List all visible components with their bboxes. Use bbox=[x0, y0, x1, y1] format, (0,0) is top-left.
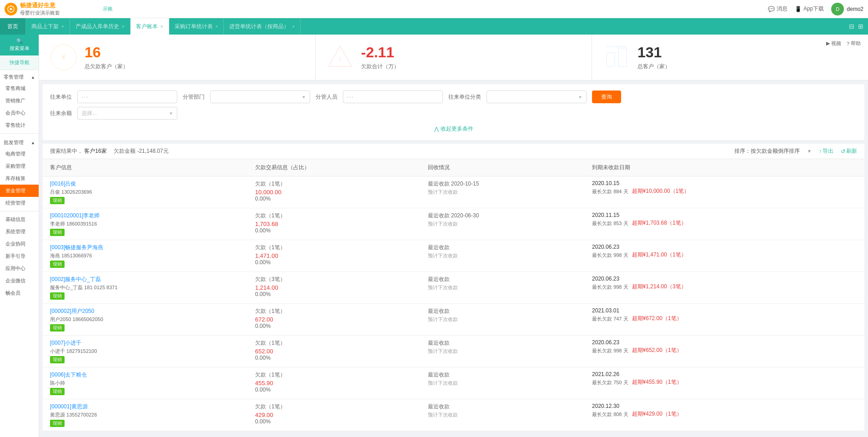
sidebar-item-retail-stats[interactable]: 零售统计 bbox=[0, 119, 39, 131]
sidebar-item-guide[interactable]: 新手引导 bbox=[0, 250, 39, 262]
customer-name-link[interactable]: [0002]服务中心_丁磊 bbox=[50, 276, 241, 283]
debt-count: 欠款（1笔） bbox=[255, 212, 413, 220]
close-icon[interactable]: × bbox=[161, 24, 163, 29]
customer-name-link[interactable]: [000002]用户2050 bbox=[50, 307, 241, 315]
cell-debt: 欠款（1笔） 672.00 0.00% bbox=[248, 304, 421, 336]
tab-purchase-order[interactable]: 采购订单统计表 × bbox=[169, 18, 224, 35]
sidebar-search-btn[interactable]: 🔍 搜索菜单 bbox=[0, 35, 39, 55]
sidebar-item-enterprise-collab[interactable]: 企业协同 bbox=[0, 238, 39, 250]
overdue-amount-link[interactable]: 超期¥455.90（1笔） bbox=[632, 378, 682, 386]
close-icon[interactable]: × bbox=[216, 24, 218, 29]
tab-production-history[interactable]: 产成品入库单历史 × bbox=[70, 18, 130, 35]
tab-incoming-stats[interactable]: 进货单统计表（按商品） × bbox=[224, 18, 301, 35]
sidebar-item-retail-mgmt[interactable]: 零售管理 ▲ bbox=[0, 70, 39, 82]
sidebar-item-operations[interactable]: 经营管理 bbox=[0, 197, 39, 209]
chevron-up-icon: ⋀ bbox=[434, 126, 439, 132]
overdue-amount-link[interactable]: 超期¥652.00（1笔） bbox=[632, 347, 682, 354]
debt-count: 欠款（1笔） bbox=[255, 371, 413, 379]
app-name: 畅捷通好生意 bbox=[20, 1, 60, 10]
filter-input-unit[interactable]: ··· bbox=[77, 90, 177, 103]
customer-name-link[interactable]: [0007]小进千 bbox=[50, 339, 241, 347]
help-btn[interactable]: ? 帮助 bbox=[847, 40, 861, 47]
data-table: 客户信息 欠款交易信息（占比） 回收情况 到期未收款日期 [0016]吕俊 吕俊… bbox=[43, 159, 864, 431]
overdue-amount-link[interactable]: 超期¥1,214.00（3笔） bbox=[632, 283, 687, 291]
filter-select-category[interactable]: ▼ bbox=[487, 90, 587, 103]
debt-amount[interactable]: 672.00 bbox=[255, 316, 413, 323]
debt-customers-label: 总欠款客户（家） bbox=[85, 63, 304, 70]
refresh-btn[interactable]: ↺ 刷新 bbox=[841, 147, 857, 155]
overdue-amount-link[interactable]: 超期¥1,703.68（1笔） bbox=[632, 219, 687, 227]
sidebar-item-purchase[interactable]: 采购管理 bbox=[0, 160, 39, 172]
chevron-down-icon[interactable]: ▼ bbox=[807, 149, 812, 154]
sidebar-item-marketing[interactable]: 营销推广 bbox=[0, 95, 39, 107]
sidebar: 🔍 搜索菜单 快捷导航 零售管理 ▲ 零售商城 营销推广 会员中心 零售 bbox=[0, 35, 39, 437]
filter-row-1: 往来单位 ··· 分管部门 ▼ 分管人员 ··· 往来单位分类 bbox=[50, 90, 857, 103]
cell-customer: [0007]小进千 小进千 18279152100 现销 bbox=[43, 336, 248, 367]
filter-select-balance[interactable]: 选择... ▼ bbox=[77, 107, 177, 120]
search-button[interactable]: 查询 bbox=[592, 90, 621, 103]
filter-input-person[interactable]: ··· bbox=[343, 90, 443, 103]
overdue-amount-link[interactable]: 超期¥429.00（1笔） bbox=[632, 410, 682, 418]
overdue-amount-link[interactable]: 超期¥10,000.00（1笔） bbox=[632, 187, 690, 195]
tab-product-listing[interactable]: 商品上下架 × bbox=[26, 18, 70, 35]
total-customers-icon bbox=[603, 44, 630, 71]
top-bar: 畅捷通好生意 母婴行业演示账套 示账 💬 消息 📱 App下载 D demo2 bbox=[0, 0, 868, 18]
logo-icon bbox=[5, 3, 17, 15]
debt-amount[interactable]: 455.90 bbox=[255, 380, 413, 387]
minimize-icon[interactable]: ⊟ bbox=[849, 23, 854, 30]
overdue-amount-link[interactable]: 超期¥1,471.00（1笔） bbox=[632, 251, 687, 259]
user-menu[interactable]: D demo2 bbox=[831, 3, 863, 15]
sidebar-item-retail-mall[interactable]: 零售商城 bbox=[0, 82, 39, 95]
close-icon[interactable]: × bbox=[122, 24, 125, 29]
export-btn[interactable]: ↑ 导出 bbox=[819, 147, 833, 155]
table-row: [0016]吕俊 吕俊 13026203696 现销 欠款（1笔） 10,000… bbox=[43, 176, 864, 208]
sidebar-item-member[interactable]: 畅会员 bbox=[0, 287, 39, 299]
video-btn[interactable]: ▶ 视频 bbox=[826, 40, 841, 47]
sidebar-item-app-center[interactable]: 应用中心 bbox=[0, 262, 39, 275]
cell-customer: [0006]去下粮仓 陈小帅 现销 bbox=[43, 367, 248, 399]
sidebar-item-wholesale-mgmt[interactable]: 批发管理 ▲ bbox=[0, 136, 39, 148]
demo-link[interactable]: 示账 bbox=[103, 5, 113, 12]
debt-amount[interactable]: 1,214.00 bbox=[255, 284, 413, 291]
filter-select-dept[interactable]: ▼ bbox=[210, 90, 310, 103]
close-icon[interactable]: × bbox=[292, 24, 295, 29]
return-date: 最近收款 bbox=[428, 276, 577, 283]
overdue-date: 2021.02.26 bbox=[592, 371, 857, 377]
app-download-btn[interactable]: 📱 App下载 bbox=[795, 5, 824, 13]
debt-amount[interactable]: 10,000.00 bbox=[255, 189, 413, 196]
cell-return: 最近收款 预计下次收款 bbox=[421, 367, 585, 399]
sidebar-item-basic-info[interactable]: 基础信息 bbox=[0, 213, 39, 226]
debt-amount[interactable]: 429.00 bbox=[255, 412, 413, 418]
sidebar-item-ecommerce[interactable]: 电商管理 bbox=[0, 148, 39, 160]
customer-name-link[interactable]: [0003]畅捷服务尹海燕 bbox=[50, 244, 241, 251]
customer-name-link[interactable]: [000001]黄思源 bbox=[50, 403, 241, 411]
debt-amount[interactable]: 1,703.68 bbox=[255, 221, 413, 227]
close-icon[interactable]: × bbox=[61, 24, 64, 29]
table-row: [0007]小进千 小进千 18279152100 现销 欠款（1笔） 652.… bbox=[43, 336, 864, 367]
table-row: [0006]去下粮仓 陈小帅 现销 欠款（1笔） 455.90 0.00% 最近… bbox=[43, 367, 864, 399]
maximize-icon[interactable]: ⊞ bbox=[858, 23, 863, 30]
sidebar-item-inventory[interactable]: 库存核算 bbox=[0, 172, 39, 185]
sidebar-item-wechat[interactable]: 企业微信 bbox=[0, 275, 39, 287]
svg-rect-7 bbox=[607, 46, 627, 47]
customer-name-link[interactable]: [0016]吕俊 bbox=[50, 180, 241, 188]
sidebar-item-finance[interactable]: 资金管理 bbox=[0, 185, 39, 197]
customer-name-link[interactable]: [0006]去下粮仓 bbox=[50, 371, 241, 379]
tab-home[interactable]: 首页 bbox=[0, 18, 26, 35]
debt-total-label: 欠款合计（万） bbox=[361, 63, 581, 70]
return-date: 最近收款 2020-10-15 bbox=[428, 180, 577, 188]
help-icon: ? bbox=[847, 41, 849, 46]
return-date: 最近收款 bbox=[428, 403, 577, 411]
debt-percent: 0.00% bbox=[255, 227, 413, 234]
debt-amount[interactable]: 652.00 bbox=[255, 348, 413, 355]
customer-name-link[interactable]: [0001020001]李老师 bbox=[50, 212, 241, 220]
sidebar-quicknav[interactable]: 快捷导航 bbox=[0, 55, 39, 70]
sidebar-item-member-center[interactable]: 会员中心 bbox=[0, 107, 39, 119]
collapse-btn[interactable]: ⋀ 收起更多条件 bbox=[434, 125, 473, 133]
message-btn[interactable]: 💬 消息 bbox=[768, 5, 788, 13]
sidebar-item-system[interactable]: 系统管理 bbox=[0, 226, 39, 238]
tab-customer-account[interactable]: 客户账本 × bbox=[130, 18, 169, 35]
debt-amount[interactable]: 1,471.00 bbox=[255, 252, 413, 259]
customer-tag: 现销 bbox=[50, 229, 65, 236]
overdue-amount-link[interactable]: 超期¥672.00（1笔） bbox=[632, 315, 682, 322]
